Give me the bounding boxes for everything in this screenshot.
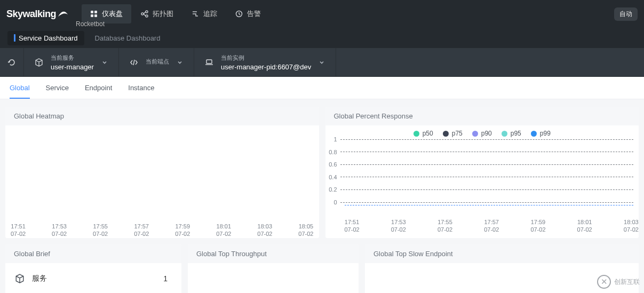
code-icon [130, 58, 138, 67]
panel-heatmap: Global Heatmap 17:5107-0217:5307-0217:55… [5, 107, 319, 238]
svg-rect-3 [94, 14, 97, 17]
refresh-button[interactable] [7, 58, 16, 67]
brief-row-service: 服务 1 [13, 267, 174, 290]
content-area: Global Heatmap 17:5107-0217:5307-0217:55… [0, 99, 644, 293]
x-tick: 17:5107-02 [345, 218, 360, 234]
nav-trace-label: 追踪 [203, 9, 217, 19]
x-tick: 17:5307-02 [52, 223, 67, 238]
panel-heatmap-title: Global Heatmap [5, 107, 319, 125]
cube-icon [15, 274, 25, 283]
y-tick: 0.4 [325, 174, 634, 180]
watermark-ring-icon: ✕ [597, 275, 611, 289]
nav-topology-label: 拓扑图 [153, 9, 173, 19]
auto-refresh-label: 自动 [619, 10, 632, 18]
selector-left [0, 48, 24, 76]
service-label: 当前服务 [51, 54, 94, 62]
tab-service[interactable]: Service [46, 77, 69, 98]
chevron-down-icon [177, 59, 183, 66]
nav-dashboard-label: 仪表盘 [102, 9, 123, 19]
legend-dot [531, 131, 537, 137]
tab-service-dashboard[interactable]: Service Dashboard [7, 31, 84, 45]
panel-throughput-title: Global Top Throughput [188, 244, 359, 263]
alarm-icon [235, 10, 243, 18]
cube-icon [35, 58, 43, 67]
panel-brief-title: Global Brief [5, 244, 181, 263]
tab-global[interactable]: Global [10, 77, 30, 98]
watermark: ✕ 创新互联 [597, 275, 640, 289]
svg-rect-8 [206, 60, 212, 64]
trace-icon [192, 10, 199, 18]
watermark-text: 创新互联 [614, 278, 640, 287]
svg-point-5 [146, 11, 148, 13]
nav-trace[interactable]: 追踪 [183, 4, 226, 23]
topology-icon [141, 10, 148, 18]
x-tick: 17:5907-02 [530, 218, 545, 234]
current-service-selector[interactable]: 当前服务 user-manager [24, 48, 119, 76]
tab-service-dashboard-label: Service Dashboard [19, 34, 78, 42]
brand-text: Skywalking [6, 9, 56, 20]
x-tick: 17:5307-02 [391, 218, 406, 234]
svg-point-4 [141, 13, 144, 15]
nav-topology[interactable]: 拓扑图 [132, 4, 182, 23]
brand-logo: Skywalking [6, 9, 69, 20]
laptop-icon [205, 58, 213, 67]
y-tick: 0.2 [325, 186, 634, 193]
y-tick: 0.8 [325, 149, 634, 155]
y-tick: 1 [325, 136, 634, 142]
service-value: user-manager [51, 63, 94, 71]
current-instance-selector[interactable]: 当前实例 user-manager-pid:6607@dev [194, 48, 336, 76]
brief-row-label: 服务 [32, 274, 47, 283]
instance-value: user-manager-pid:6607@dev [221, 63, 311, 71]
legend-dot [443, 131, 449, 137]
current-endpoint-selector[interactable]: 当前端点 [119, 48, 194, 76]
legend-dot [414, 131, 419, 137]
response-x-axis: 17:5107-0217:5307-0217:5507-0217:5707-02… [325, 217, 639, 234]
nav-alarm[interactable]: 告警 [227, 4, 269, 23]
active-indicator [14, 34, 15, 42]
response-chart: 00.20.40.60.81 [325, 142, 639, 217]
chevron-down-icon [101, 59, 108, 66]
x-tick: 17:5707-02 [134, 223, 149, 238]
legend-dot [472, 131, 478, 137]
endpoint-label: 当前端点 [146, 58, 169, 66]
instance-label: 当前实例 [221, 54, 311, 62]
tab-endpoint-label: Endpoint [85, 84, 112, 92]
auto-refresh-button[interactable]: 自动 [614, 7, 638, 21]
instance-text: 当前实例 user-manager-pid:6607@dev [221, 54, 311, 71]
tab-instance-label: Instance [128, 84, 154, 92]
heatmap-body [5, 125, 319, 220]
x-tick: 17:5507-02 [93, 223, 108, 238]
dashboard-tabs: Service Dashboard Database Dashboard [0, 28, 644, 48]
service-text: 当前服务 user-manager [51, 54, 94, 71]
brand-swoosh-icon [57, 9, 69, 19]
tab-database-dashboard[interactable]: Database Dashboard [89, 31, 167, 45]
tab-database-dashboard-label: Database Dashboard [95, 34, 161, 42]
panel-response-title: Global Percent Response [325, 107, 639, 125]
x-tick: 18:0307-02 [624, 218, 639, 234]
tab-endpoint[interactable]: Endpoint [85, 77, 112, 98]
legend-dot [502, 131, 507, 137]
x-tick: 17:5907-02 [175, 223, 190, 238]
nav-dashboard-subtitle: Rocketbot [76, 20, 105, 28]
x-tick: 17:5507-02 [438, 218, 452, 234]
dashboard-icon [90, 10, 98, 18]
nav-alarm-label: 告警 [247, 9, 261, 19]
brief-body: 服务 1 [5, 263, 181, 293]
tab-global-label: Global [10, 84, 30, 92]
panel-response: Global Percent Response p50p75p90p95p99 … [325, 107, 639, 238]
svg-rect-2 [91, 14, 93, 17]
tab-service-label: Service [46, 84, 69, 92]
panel-brief: Global Brief 服务 1 [5, 244, 181, 293]
svg-rect-1 [94, 11, 97, 13]
tab-instance[interactable]: Instance [128, 77, 154, 98]
response-zero-series [345, 205, 634, 205]
svg-point-6 [146, 15, 148, 17]
x-tick: 18:0107-02 [577, 218, 592, 234]
endpoint-text: 当前端点 [146, 58, 169, 67]
top-nav: Skywalking 仪表盘 拓扑图 追踪 告警 Rocketbot 自动 [0, 0, 644, 28]
svg-rect-0 [91, 11, 93, 13]
brief-row-value: 1 [163, 274, 172, 283]
panel-slow-title: Global Top Slow Endpoint [365, 244, 639, 263]
x-tick: 18:0507-02 [298, 223, 313, 238]
x-tick: 17:5707-02 [484, 218, 499, 234]
